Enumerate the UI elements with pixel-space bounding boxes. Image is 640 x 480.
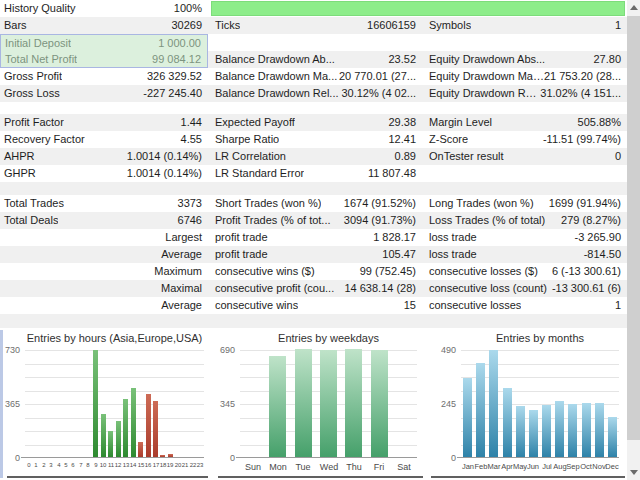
row-label: Symbols <box>425 17 471 34</box>
table-row[interactable]: Profit Factor1.44Expected Payoff29.38Mar… <box>0 114 627 131</box>
y-axis-label: 0 <box>3 453 20 463</box>
x-axis-label: 17 <box>153 462 160 468</box>
table-row[interactable]: AHPR1.0014 (0.14%)LR Correlation0.89OnTe… <box>0 148 627 165</box>
row-value: Maximum <box>154 263 208 280</box>
row-label: Equity Drawdown Max... <box>425 68 544 85</box>
row-label: Expected Payoff <box>211 114 295 131</box>
plot-area <box>25 350 204 458</box>
table-cell: loss trade-814.50 <box>425 246 627 263</box>
row-value: 6 (-13 300.61) <box>552 263 627 280</box>
table-cell: Balance Drawdown Ab...23.52 <box>211 51 422 68</box>
row-label: Total Trades <box>0 195 64 212</box>
table-cell: Balance Drawdown Ma...20 770.01 (27... <box>211 68 422 85</box>
table-cell: Sharpe Ratio12.41 <box>211 131 422 148</box>
chart-bottom-border <box>218 476 423 478</box>
row-value: -227 245.40 <box>143 85 208 102</box>
table-cell: consecutive loss (count)-13 300.61 (6) <box>425 280 627 297</box>
table-row[interactable]: Bars30269Ticks16606159Symbols1 <box>0 17 627 34</box>
row-label: AHPR <box>0 148 35 165</box>
row-label: OnTester result <box>425 148 504 165</box>
row-value: 4.55 <box>181 131 208 148</box>
table-row[interactable]: History Quality100% <box>0 0 627 17</box>
x-axis-label: Jan <box>462 462 474 471</box>
row-value: 105.47 <box>382 246 422 263</box>
row-value: 15 <box>404 297 422 314</box>
table-row[interactable]: Largestprofit trade1 828.17loss trade-3 … <box>0 229 627 246</box>
x-axis-label: 1 <box>34 462 37 468</box>
vertical-scrollbar[interactable] <box>627 0 640 480</box>
x-axis-label: Nov <box>592 462 605 471</box>
bar-Mon <box>269 356 286 457</box>
x-axis-label: Jul <box>542 462 552 471</box>
table-row[interactable]: Total Net Profit99 084.12Balance Drawdow… <box>0 51 627 68</box>
x-axis-label: Thu <box>346 462 362 472</box>
x-axis-label: 0 <box>27 462 30 468</box>
row-label: History Quality <box>0 0 76 17</box>
x-axis-label: Feb <box>475 462 488 471</box>
row-label: consecutive wins <box>211 297 298 314</box>
x-axis-label: 6 <box>71 462 74 468</box>
x-axis-label: 11 <box>108 462 114 468</box>
bar-14 <box>131 388 136 457</box>
row-value: 326 329.52 <box>147 68 208 85</box>
x-axis-label: 16 <box>145 462 152 468</box>
table-cell: Gross Loss-227 245.40 <box>0 85 208 102</box>
table-row[interactable]: Gross Profit326 329.52Balance Drawdown M… <box>0 68 627 85</box>
x-axis-label: Wed <box>320 462 338 472</box>
x-axis-label: Oct <box>580 462 592 471</box>
x-axis-label: 5 <box>64 462 67 468</box>
row-label: Profit Trades (% of tot... <box>211 212 331 229</box>
x-axis-label: 2 <box>42 462 45 468</box>
row-label: profit trade <box>211 246 268 263</box>
x-axis-line <box>21 457 204 458</box>
table-row[interactable]: Gross Loss-227 245.40Balance Drawdown Re… <box>0 85 627 102</box>
table-row[interactable]: Maximalconsecutive profit (cou...14 638.… <box>0 280 627 297</box>
table-cell: Largest <box>0 229 208 246</box>
row-label: loss trade <box>425 229 477 246</box>
row-value: 11 807.48 <box>368 165 422 182</box>
entries-charts-section: Entries by hours (Asia,Europe,USA)036573… <box>0 328 627 478</box>
row-label: Balance Drawdown Ab... <box>211 51 335 68</box>
row-value: 1 <box>615 17 627 34</box>
table-row[interactable]: Total Deals6746Profit Trades (% of tot..… <box>0 212 627 229</box>
x-axis-line <box>236 457 417 458</box>
row-value: 100% <box>174 0 208 17</box>
row-label <box>425 34 429 51</box>
gridline <box>25 350 204 351</box>
table-row[interactable]: Averageprofit trade105.47loss trade-814.… <box>0 246 627 263</box>
row-label: consecutive loss (count) <box>425 280 547 297</box>
table-cell: Loss Trades (% of total)279 (8.27%) <box>425 212 627 229</box>
row-value: 21 753.20 (28... <box>544 68 627 85</box>
row-label <box>0 280 4 297</box>
scroll-down-button[interactable] <box>627 465 640 480</box>
bar-9 <box>93 350 98 457</box>
row-value: 3373 <box>178 195 208 212</box>
row-value: 1.0014 (0.14%) <box>127 165 208 182</box>
table-row[interactable]: Initial Deposit1 000.00 <box>0 34 627 51</box>
table-row[interactable]: Averageconsecutive wins15consecutive los… <box>0 297 627 314</box>
gridline <box>25 404 204 405</box>
row-label: consecutive losses ($) <box>425 263 538 280</box>
history-quality-bar <box>211 1 625 16</box>
x-axis-label: Mon <box>269 462 287 472</box>
bar-11 <box>108 431 113 457</box>
row-value: 31.02% (4 151... <box>540 85 627 102</box>
table-row[interactable]: GHPR1.0014 (0.14%)LR Standard Error11 80… <box>0 165 627 182</box>
row-value: 29.38 <box>388 114 422 131</box>
row-value: 99 084.12 <box>152 51 207 67</box>
row-value: 12.41 <box>388 131 422 148</box>
chart-entries-by-hours-asia-europe-usa: Entries by hours (Asia,Europe,USA)036573… <box>3 328 210 478</box>
scrollbar-thumb[interactable] <box>627 16 640 440</box>
table-row[interactable]: Maximumconsecutive wins ($)99 (752.45)co… <box>0 263 627 280</box>
bar-10 <box>101 414 106 457</box>
x-axis-label: 9 <box>94 462 97 468</box>
gridline <box>25 445 204 446</box>
bar-Oct <box>582 403 591 457</box>
scroll-up-button[interactable] <box>627 0 640 15</box>
table-row[interactable]: Total Trades3373Short Trades (won %)1674… <box>0 195 627 212</box>
row-label: Short Trades (won %) <box>211 195 321 212</box>
gridline <box>25 391 204 392</box>
bar-Aug <box>555 401 564 457</box>
table-row[interactable]: Recovery Factor4.55Sharpe Ratio12.41Z-Sc… <box>0 131 627 148</box>
row-value: Largest <box>165 229 208 246</box>
